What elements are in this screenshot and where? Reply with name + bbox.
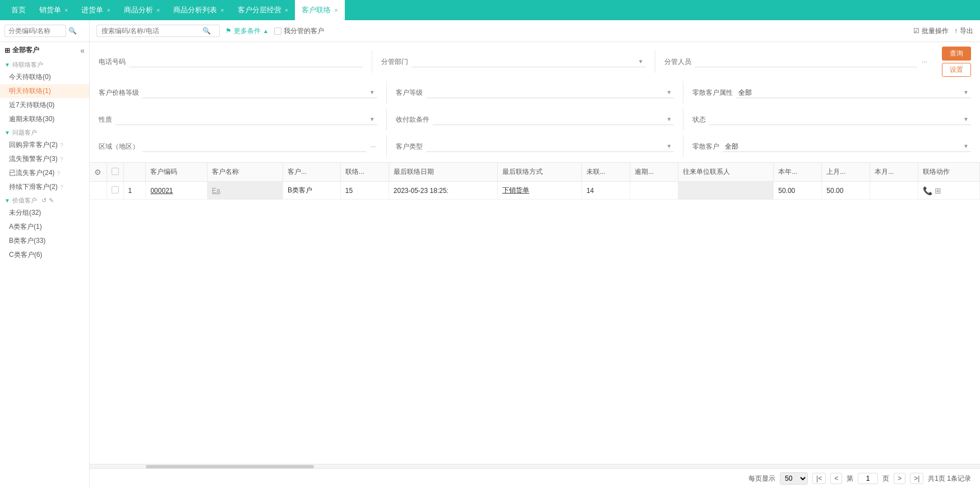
scrollbar-thumb[interactable] (146, 465, 314, 468)
close-product-analysis-list-icon[interactable]: × (220, 7, 224, 13)
region-dots-icon[interactable]: ··· (369, 141, 377, 151)
row-name[interactable]: Ea (207, 182, 283, 200)
close-sales-order-icon[interactable]: × (64, 7, 68, 13)
row-code[interactable]: 000021 (146, 182, 207, 200)
th-this-month[interactable]: 本月... (870, 163, 918, 182)
th-checkbox[interactable] (107, 163, 123, 182)
customer-type-select[interactable] (426, 141, 674, 151)
sidebar-item-week7[interactable]: 近7天待联络(0) (0, 98, 89, 112)
nav-purchase-order[interactable]: 进货单 × (75, 0, 117, 20)
th-last-month[interactable]: 上月... (822, 163, 870, 182)
horizontal-scrollbar[interactable] (90, 464, 980, 468)
person-dots-icon[interactable]: ··· (921, 57, 928, 67)
nav-product-analysis-list[interactable]: 商品分析列表 × (167, 0, 230, 20)
sidebar-item-repurchase[interactable]: 回购异常客户(2) ? (0, 138, 89, 152)
search-bar: 🔍 ⚑ 更多条件 ▲ 我分管的客户 ☑ 批量操作 ↑ 导出 (90, 20, 980, 42)
th-name[interactable]: 客户名称 (207, 163, 283, 182)
th-this-year[interactable]: 本年... (774, 163, 822, 182)
page-last-btn[interactable]: >| (910, 473, 923, 484)
sidebar-item-class-c[interactable]: C类客户(6) (0, 248, 89, 262)
settings-button[interactable]: 设置 (942, 63, 971, 77)
retail-attr-select[interactable]: 全部 (736, 88, 971, 98)
sidebar-item-declining[interactable]: 持续下滑客户(2) ? (0, 180, 89, 194)
payment-select[interactable] (433, 114, 674, 125)
collapse-icon[interactable]: « (80, 46, 85, 55)
row-check-0[interactable] (112, 186, 119, 194)
close-product-analysis-icon[interactable]: × (156, 7, 160, 13)
nature-select[interactable] (115, 114, 377, 125)
row-this-year: 50.00 (774, 182, 822, 200)
sidebar-item-churn-warning[interactable]: 流失预警客户(3) ? (0, 152, 89, 166)
help-icon-4[interactable]: ? (60, 184, 63, 191)
sidebar-problem-group-title: ▼ 问题客户 (0, 126, 89, 138)
retail-customer-select[interactable]: 全部 (723, 141, 971, 151)
page-input[interactable] (858, 473, 878, 484)
close-customer-contact-icon[interactable]: × (334, 7, 338, 13)
sidebar-item-class-b[interactable]: B类客户(33) (0, 234, 89, 248)
sidebar-search-input[interactable] (4, 25, 66, 37)
row-settings (90, 182, 107, 200)
page-label: 第 (847, 474, 853, 484)
action-grid-icon[interactable]: ⊞ (935, 186, 941, 195)
th-last-contact-method[interactable]: 最后联络方式 (497, 163, 581, 182)
nav-product-analysis[interactable]: 商品分析 × (117, 0, 167, 20)
sidebar-search-icon[interactable]: 🔍 (68, 27, 77, 35)
filter-divider-5 (386, 108, 387, 131)
help-icon-3[interactable]: ? (57, 170, 60, 177)
row-checkbox[interactable] (107, 182, 123, 200)
sidebar-all-customers[interactable]: ⊞ 全部客户 « (0, 42, 89, 58)
dept-select-wrap: ▼ (412, 57, 645, 67)
export-btn[interactable]: ↑ 导出 (954, 26, 973, 36)
main-search-input[interactable] (101, 27, 202, 35)
query-button[interactable]: 查询 (942, 47, 971, 61)
help-icon-2[interactable]: ? (60, 156, 63, 163)
person-input[interactable] (695, 57, 917, 67)
batch-op-btn[interactable]: ☑ 批量操作 (913, 26, 949, 36)
row-contacts: 15 (340, 182, 389, 200)
phone-input[interactable] (129, 57, 363, 67)
sidebar-item-today[interactable]: 今天待联络(0) (0, 70, 89, 84)
close-purchase-order-icon[interactable]: × (107, 7, 110, 13)
refresh-icon[interactable]: ↺ (41, 197, 47, 204)
th-code[interactable]: 客户编码 (146, 163, 207, 182)
more-filter-btn[interactable]: ⚑ 更多条件 ▲ (225, 26, 269, 36)
nav-home[interactable]: 首页 (4, 0, 33, 20)
page-prev-btn[interactable]: < (830, 473, 842, 484)
page-next-btn[interactable]: > (894, 473, 905, 484)
customer-level-select[interactable] (426, 88, 674, 98)
nav-sales-order[interactable]: 销货单 × (33, 0, 75, 20)
header-checkbox[interactable] (112, 168, 119, 175)
th-type[interactable]: 客户... (283, 163, 340, 182)
th-unit-contact[interactable]: 往来单位联系人 (678, 163, 773, 182)
sidebar-item-class-a[interactable]: A类客户(1) (0, 220, 89, 234)
sidebar-item-churned[interactable]: 已流失客户(24) ? (0, 166, 89, 180)
th-contacts[interactable]: 联络... (340, 163, 389, 182)
sidebar-item-ungrouped[interactable]: 未分组(32) (0, 206, 89, 220)
region-label: 区域（地区） (99, 142, 139, 151)
th-last-contact-date[interactable]: 最后联络日期 (389, 163, 497, 182)
dept-select[interactable] (412, 57, 645, 67)
region-input[interactable] (142, 141, 366, 152)
status-select[interactable] (709, 114, 971, 125)
action-phone-icon[interactable]: 📞 (923, 186, 932, 195)
table-header: ⚙ 客户编码 客户名称 客户... (90, 163, 980, 182)
filter-retail-attr: 零散客户属性 全部 ▼ (692, 88, 971, 98)
per-page-select[interactable]: 50 (780, 472, 808, 485)
sidebar-item-tomorrow[interactable]: 明天待联络(1) (0, 84, 89, 98)
th-settings[interactable]: ⚙ (90, 163, 107, 182)
edit-icon[interactable]: ✎ (49, 197, 54, 204)
help-icon-1[interactable]: ? (60, 142, 63, 149)
sidebar-item-overdue[interactable]: 逾期未联络(30) (0, 112, 89, 126)
th-not-contacted[interactable]: 未联... (581, 163, 630, 182)
price-level-select[interactable] (142, 88, 377, 98)
nav-customer-tier[interactable]: 客户分层经营 × (231, 0, 295, 20)
main-search-icon[interactable]: 🔍 (202, 27, 211, 35)
row-last-contact-method[interactable]: 下销货单 (497, 182, 581, 200)
close-customer-tier-icon[interactable]: × (285, 7, 288, 13)
th-overdue[interactable]: 逾期... (630, 163, 678, 182)
my-customer-checkbox[interactable] (274, 27, 281, 35)
nav-customer-contact[interactable]: 客户联络 × (295, 0, 344, 20)
settings-gear-icon[interactable]: ⚙ (94, 168, 101, 177)
top-navigation: 首页 销货单 × 进货单 × 商品分析 × 商品分析列表 × 客户分层经营 × … (0, 0, 980, 20)
page-first-btn[interactable]: |< (812, 473, 826, 484)
